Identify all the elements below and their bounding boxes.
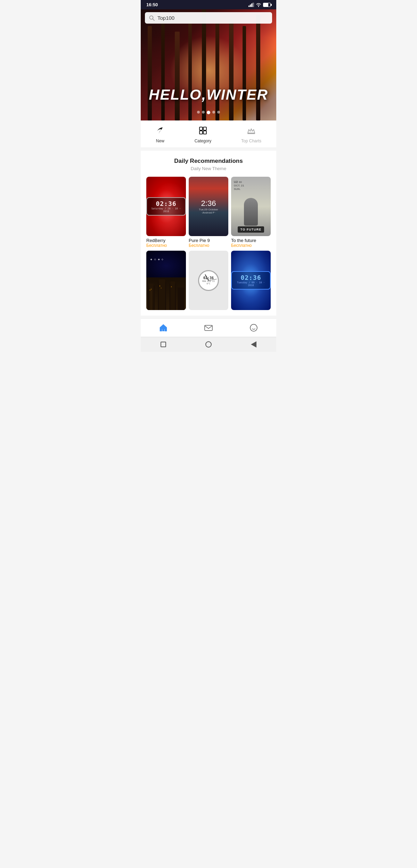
svg-rect-24 [162,329,164,331]
svg-rect-20 [151,289,152,290]
svg-rect-0 [248,6,250,7]
section-subtitle: Daily New Theme [146,166,271,171]
clock-blue: 02:36 Tuesday / 09 · 10 · 2018 [231,271,271,290]
theme-item-city[interactable]: 02 24.Oct Wednesday ✦ ✧ ✦ ✧ [146,251,186,310]
bottom-nav-home[interactable] [158,323,168,333]
theme-price-future: Бесплатно [231,243,271,248]
theme-thumb-future: U2 30OCT. 21SUN. TO FUTURE [231,177,271,236]
svg-rect-6 [199,127,203,130]
future-sign: TO FUTURE [238,226,264,233]
tab-category[interactable]: Category [186,125,220,145]
theme-item-redberry[interactable]: 02:36 Saturday / 20 · 10 · 2018 RedBerry… [146,177,186,248]
dot-3[interactable] [207,111,210,114]
tab-topcharts[interactable]: Top Charts [233,125,270,145]
svg-rect-2 [251,3,252,7]
android-home-btn[interactable] [205,341,212,348]
android-back-btn[interactable] [251,341,256,348]
svg-point-26 [250,324,257,331]
search-icon [149,15,155,21]
theme-price-purepie: Бесплатно [189,243,228,248]
theme-item-minimal[interactable]: 02:36 MON 010 22 0°C [189,251,228,310]
theme-price-redberry: Бесплатно [146,243,186,248]
android-nav [141,337,276,352]
svg-rect-25 [205,325,212,331]
tab-topcharts-label: Top Charts [241,139,261,143]
theme-name-redberry: RedBerry [146,238,186,243]
svg-rect-21 [160,285,160,286]
theme-thumb-purepie: 2:36 Tue,09 October · Android P · [189,177,228,236]
nav-tabs: New Category Top Charts [141,120,276,148]
face-icon [249,323,259,333]
dot-1[interactable] [197,111,200,114]
svg-line-5 [153,19,155,20]
svg-rect-9 [203,131,206,134]
analog-clock: 02:36 MON 010 22 0°C [198,270,219,291]
theme-item-blue[interactable]: 02:36 Tuesday / 09 · 10 · 2018 [231,251,271,310]
svg-rect-19 [150,290,150,290]
svg-rect-15 [159,279,165,310]
carousel-dots [141,111,276,114]
status-bar: 16:50 [141,0,276,9]
home-icon [158,323,168,333]
status-icons [248,3,271,7]
dot-5[interactable] [217,111,220,114]
svg-rect-1 [250,5,251,7]
bottom-nav-mail[interactable] [204,323,213,333]
hero-banner: HELLO,WINTER [141,9,276,120]
dot-2[interactable] [202,111,205,114]
clock-purepie: 2:36 Tue,09 October · Android P · [199,199,218,214]
svg-rect-22 [161,287,162,288]
dot-4[interactable] [212,111,215,114]
crown-icon [247,126,256,137]
clock-redberry: 02:36 Saturday / 20 · 10 · 2018 [146,197,186,216]
theme-thumb-minimal: 02:36 MON 010 22 0°C [189,251,228,310]
leaf-icon [156,126,165,137]
grid-icon [198,126,207,137]
theme-name-purepie: Pure Pie 9 [189,238,228,243]
theme-item-purepie[interactable]: 2:36 Tue,09 October · Android P · Pure P… [189,177,228,248]
theme-item-future[interactable]: U2 30OCT. 21SUN. TO FUTURE To the future… [231,177,271,248]
tab-new[interactable]: New [147,125,173,145]
svg-rect-3 [253,3,254,7]
svg-rect-23 [171,286,172,287]
svg-rect-13 [150,287,152,310]
theme-thumb-redberry: 02:36 Saturday / 20 · 10 · 2018 [146,177,186,236]
theme-name-future: To the future [231,238,271,243]
section-title: Daily Recommendations [146,158,271,165]
theme-thumb-city: 02 24.Oct Wednesday ✦ ✧ ✦ ✧ [146,251,186,310]
tab-category-label: Category [195,139,212,143]
signal-icon [248,3,254,7]
svg-rect-8 [199,131,203,134]
battery-icon [263,3,271,7]
recommendations-section: Daily Recommendations Daily New Theme 02… [141,151,276,316]
theme-thumb-blue: 02:36 Tuesday / 09 · 10 · 2018 [231,251,271,310]
tab-new-label: New [156,139,164,143]
time: 16:50 [146,2,158,7]
hero-title: HELLO,WINTER [141,86,276,103]
svg-rect-18 [178,287,184,310]
bottom-nav-face[interactable] [249,323,259,333]
bottom-nav [141,318,276,337]
svg-rect-7 [203,127,206,130]
search-input[interactable] [157,15,268,21]
android-recent-btn[interactable] [161,342,166,347]
theme-grid: 02:36 Saturday / 20 · 10 · 2018 RedBerry… [146,177,271,310]
wifi-icon [256,3,261,7]
hero-section: HELLO,WINTER [141,9,276,120]
search-container[interactable] [145,12,272,24]
svg-rect-17 [170,282,175,310]
mail-icon [204,323,213,333]
